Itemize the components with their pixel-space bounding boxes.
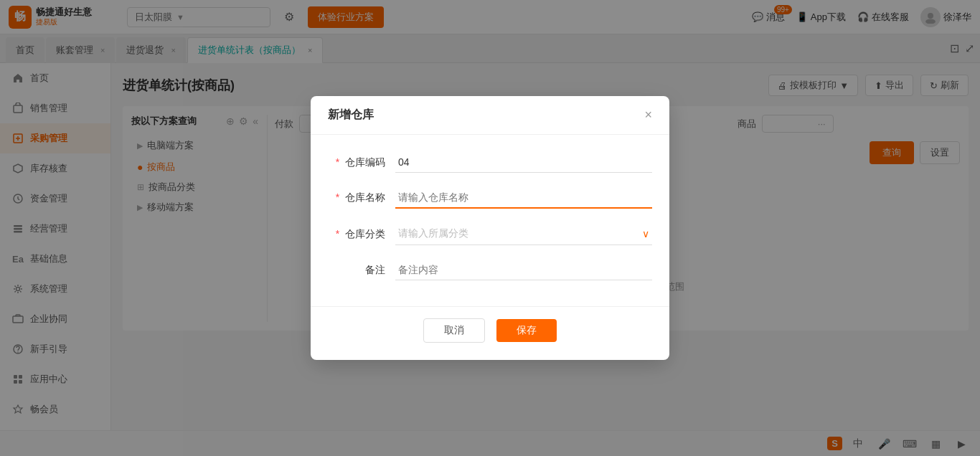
- name-label: * 仓库名称: [328, 191, 385, 204]
- warehouse-name-input[interactable]: [395, 187, 652, 209]
- chevron-down-icon: ∨: [642, 228, 649, 239]
- category-label: * 仓库分类: [328, 228, 385, 241]
- cancel-button[interactable]: 取消: [423, 318, 485, 343]
- modal-new-warehouse: 新增仓库 × * 仓库编码 * 仓库名称: [311, 96, 669, 360]
- remark-label: 备注: [328, 264, 385, 277]
- form-row-name: * 仓库名称: [328, 187, 652, 209]
- modal-title: 新增仓库: [328, 108, 374, 123]
- code-label: * 仓库编码: [328, 156, 385, 169]
- save-button[interactable]: 保存: [496, 319, 557, 342]
- modal-overlay[interactable]: 新增仓库 × * 仓库编码 * 仓库名称: [0, 0, 980, 456]
- modal-footer: 取消 保存: [311, 306, 669, 360]
- form-row-category: * 仓库分类 请输入所属分类 ∨: [328, 223, 652, 245]
- form-row-code: * 仓库编码: [328, 152, 652, 173]
- modal-header: 新增仓库 ×: [311, 96, 669, 135]
- modal-close-button[interactable]: ×: [644, 108, 652, 123]
- modal-body: * 仓库编码 * 仓库名称 * 仓库分类 请输入所属: [311, 135, 669, 306]
- warehouse-code-input[interactable]: [395, 152, 652, 173]
- form-row-remark: 备注: [328, 260, 652, 280]
- warehouse-category-select[interactable]: 请输入所属分类 ∨: [395, 223, 652, 245]
- warehouse-remark-input[interactable]: [395, 260, 652, 280]
- category-placeholder: 请输入所属分类: [398, 227, 468, 240]
